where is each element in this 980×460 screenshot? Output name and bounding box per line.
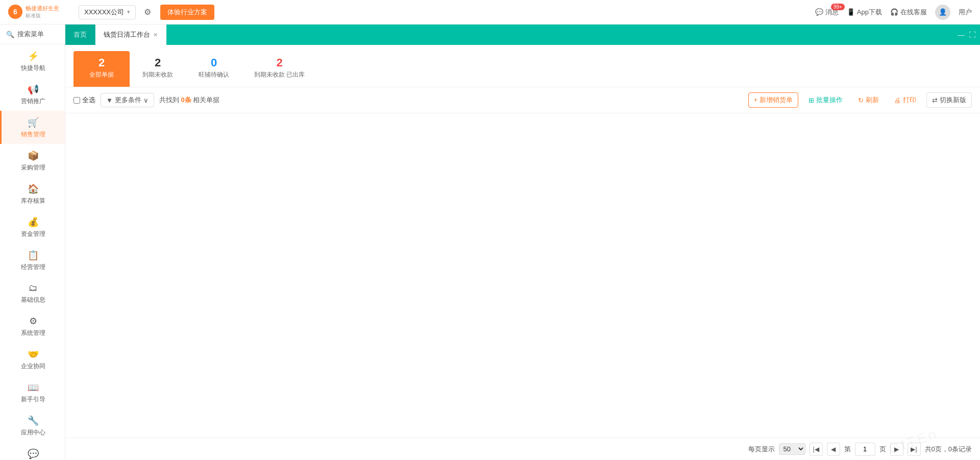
sidebar-item-marketing[interactable]: 📢 营销推广 — [0, 78, 65, 111]
stat-tab-shipped[interactable]: 2 到期未收款 已出库 — [242, 51, 317, 87]
sidebar-item-label: 基础信息 — [21, 296, 45, 304]
print-icon: 🖨 — [894, 96, 901, 104]
select-all-input[interactable] — [74, 97, 80, 104]
tab-maximize-button[interactable]: ⛶ — [969, 31, 976, 39]
inventory-icon: 🏠 — [28, 183, 39, 195]
refresh-icon: ↻ — [858, 96, 864, 104]
tab-work-station[interactable]: 钱货日清工作台 ✕ — [95, 25, 166, 45]
filter-icon: ▼ — [106, 96, 113, 104]
tab-minimize-button[interactable]: — — [958, 31, 965, 39]
select-all-checkbox[interactable]: 全选 — [74, 95, 95, 105]
message-badge: 99+ — [831, 4, 845, 10]
switch-icon: ⇄ — [932, 96, 938, 104]
app-center-icon: 🔧 — [28, 415, 39, 426]
next-page-button[interactable]: ▶ — [890, 443, 903, 456]
settings-icon[interactable]: ⚙ — [140, 5, 155, 20]
sidebar-search[interactable]: 🔍 搜索菜单 — [0, 25, 65, 44]
filter-button[interactable]: ▼ 更多条件 ∨ — [101, 93, 154, 107]
sidebar-item-label: 销售管理 — [21, 130, 45, 139]
switch-version-button[interactable]: ⇄ 切换新版 — [926, 92, 972, 108]
user-name: 用户 — [959, 8, 972, 17]
sidebar-item-basic-info[interactable]: 🗂 基础信息 — [0, 277, 65, 309]
last-page-button[interactable]: ▶| — [908, 443, 921, 456]
company-name: XXXXXX公司 — [84, 8, 124, 17]
main-layout: 🔍 搜索菜单 ⚡ 快捷导航 📢 营销推广 🛒 销售管理 📦 采购管理 🏠 库存核… — [0, 25, 980, 460]
stat-label-all: 全部单据 — [86, 70, 117, 79]
page-number-input[interactable] — [855, 443, 875, 456]
sidebar-item-operations[interactable]: 📋 经营管理 — [0, 244, 65, 277]
finance-icon: 💰 — [28, 216, 39, 228]
search-menu-label: 搜索菜单 — [17, 30, 44, 39]
tab-workstation-label: 钱货日清工作台 — [104, 30, 150, 39]
chevron-down-icon: ▾ — [127, 9, 130, 15]
quick-nav-icon: ⚡ — [28, 51, 39, 62]
first-page-button[interactable]: |◀ — [810, 443, 823, 456]
filter-label: 更多条件 — [115, 95, 141, 105]
stat-num-pending: 0 — [198, 56, 230, 69]
print-label: 打印 — [903, 95, 916, 105]
sidebar-item-finance[interactable]: 💰 资金管理 — [0, 210, 65, 244]
print-button[interactable]: 🖨 打印 — [889, 93, 921, 107]
stats-section: 2 全部单据 2 到期未收款 0 旺辅待确认 2 到期未收款 已出库 — [65, 45, 980, 87]
sidebar-item-label: 库存核算 — [21, 197, 45, 205]
per-page-select[interactable]: 20 50 100 — [779, 443, 805, 455]
message-icon: 💬 — [815, 8, 823, 16]
operations-icon: 📋 — [28, 250, 39, 261]
app-download-item[interactable]: 📱 App下载 — [847, 8, 882, 17]
stat-tab-all[interactable]: 2 全部单据 — [74, 51, 130, 87]
batch-label: 批量操作 — [816, 95, 843, 105]
stat-tab-overdue[interactable]: 2 到期未收款 — [130, 51, 186, 87]
tab-close-icon[interactable]: ✕ — [153, 32, 158, 38]
avatar[interactable]: 👤 — [935, 5, 950, 20]
batch-icon: ⊞ — [808, 96, 814, 104]
sales-icon: 🛒 — [28, 117, 39, 128]
sidebar-item-app-center[interactable]: 🔧 应用中心 — [0, 409, 65, 442]
search-icon: 🔍 — [6, 31, 14, 38]
refresh-label: 刷新 — [866, 95, 879, 105]
sidebar-item-purchase[interactable]: 📦 采购管理 — [0, 144, 65, 177]
logo-icon: 6 — [8, 5, 22, 19]
select-all-label: 全选 — [82, 95, 95, 105]
sidebar-item-wechat[interactable]: 💬 企业微信 — [0, 442, 65, 460]
new-order-button[interactable]: + 新增销货单 — [748, 92, 798, 108]
company-selector[interactable]: XXXXXX公司 ▾ — [79, 5, 136, 19]
chevron-down-icon: ∨ — [143, 96, 149, 104]
found-suffix: 相关单据 — [193, 96, 219, 104]
user-icon: 👤 — [939, 8, 947, 16]
header-right: 💬 消息 99+ 📱 App下载 🎧 在线客服 👤 用户 — [815, 5, 972, 20]
sidebar-item-sales[interactable]: 🛒 销售管理 — [0, 111, 65, 144]
sidebar-item-guide[interactable]: 📖 新手引导 — [0, 376, 65, 409]
stat-num-all: 2 — [86, 56, 117, 69]
toolbar: 全选 ▼ 更多条件 ∨ 共找到 0条 相关单据 + 新增销货单 — [65, 87, 980, 113]
pagination-bar: 每页显示 20 50 100 |◀ ◀ 第 页 ▶ ▶| 共0页，0条记录 — [65, 438, 980, 460]
found-prefix: 共找到 — [159, 96, 179, 104]
system-icon: ⚙ — [29, 316, 37, 327]
wechat-icon: 💬 — [28, 448, 39, 459]
prev-page-button[interactable]: ◀ — [827, 443, 840, 456]
sidebar-item-enterprise[interactable]: 🤝 企业协同 — [0, 343, 65, 376]
online-service-item[interactable]: 🎧 在线客服 — [890, 8, 927, 17]
stat-tab-pending[interactable]: 0 旺辅待确认 — [186, 51, 242, 87]
sidebar-item-label: 经营管理 — [21, 263, 45, 272]
trial-button[interactable]: 体验行业方案 — [160, 5, 214, 20]
marketing-icon: 📢 — [28, 84, 39, 95]
logo-sub: 标准版 — [26, 12, 59, 19]
stat-num-shipped: 2 — [254, 56, 305, 69]
refresh-button[interactable]: ↻ 刷新 — [853, 93, 884, 107]
message-item[interactable]: 💬 消息 99+ — [815, 8, 839, 17]
toolbar-left: 全选 ▼ 更多条件 ∨ 共找到 0条 相关单据 — [74, 93, 743, 107]
batch-operation-button[interactable]: ⊞ 批量操作 — [803, 93, 848, 107]
sidebar-item-quick-nav[interactable]: ⚡ 快捷导航 — [0, 44, 65, 78]
page-label-suffix: 页 — [879, 445, 886, 454]
guide-icon: 📖 — [28, 382, 39, 393]
sidebar-item-label: 资金管理 — [21, 230, 45, 238]
logo-area: 6 畅捷通好生意 标准版 — [8, 5, 74, 19]
tab-bar: 首页 钱货日清工作台 ✕ — ⛶ — [65, 25, 980, 45]
tab-home[interactable]: 首页 — [65, 25, 95, 45]
stat-label-shipped: 到期未收款 已出库 — [254, 70, 305, 79]
app-download-label: App下载 — [857, 8, 882, 17]
sidebar-item-system[interactable]: ⚙ 系统管理 — [0, 309, 65, 343]
table-area — [65, 113, 980, 438]
sidebar-item-inventory[interactable]: 🏠 库存核算 — [0, 177, 65, 210]
sidebar-item-label: 快捷导航 — [21, 64, 45, 72]
